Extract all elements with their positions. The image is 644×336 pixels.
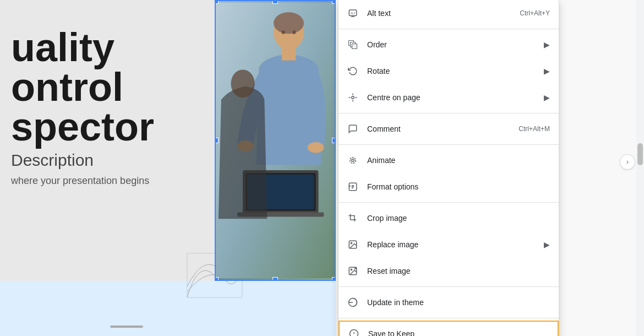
menu-item-save-to-keep[interactable]: Save to Keep xyxy=(339,321,559,336)
menu-item-comment[interactable]: CommentCtrl+Alt+M xyxy=(339,116,559,142)
alt-text-icon: ALT xyxy=(347,8,358,19)
selection-handle-tr[interactable] xyxy=(332,0,336,4)
order-icon xyxy=(347,39,358,50)
rotate-arrow-icon: ▶ xyxy=(544,67,550,75)
menu-item-rotate[interactable]: Rotate▶ xyxy=(339,58,559,84)
format-options-label: Format options xyxy=(367,182,550,191)
rotate-label: Rotate xyxy=(367,67,539,75)
menu-item-alt-text[interactable]: ALTAlt textCtrl+Alt+Y xyxy=(339,0,559,26)
menu-item-update-in-theme[interactable]: Update in theme xyxy=(339,289,559,316)
svg-point-16 xyxy=(231,69,254,97)
centre-on-page-icon xyxy=(347,92,358,103)
selection-handle-tm[interactable] xyxy=(272,0,278,4)
replace-image-icon xyxy=(347,239,358,250)
svg-point-33 xyxy=(350,158,356,164)
svg-rect-13 xyxy=(282,47,296,61)
menu-item-reset-image[interactable]: Reset image xyxy=(339,258,559,284)
divider-after-comment xyxy=(339,144,559,145)
menu-item-format-options[interactable]: Format options xyxy=(339,174,559,200)
image-content xyxy=(216,1,335,280)
comment-label: Comment xyxy=(367,124,519,133)
scroll-indicator xyxy=(110,326,143,328)
selection-handle-br[interactable] xyxy=(332,277,336,281)
animate-icon xyxy=(347,155,358,166)
menu-item-centre-on-page[interactable]: Centre on page▶ xyxy=(339,84,559,111)
animate-label: Animate xyxy=(367,156,550,165)
comment-shortcut: Ctrl+Alt+M xyxy=(519,125,550,133)
svg-point-6 xyxy=(274,12,304,34)
crop-image-label: Crop image xyxy=(367,214,550,223)
scrollbar-thumb[interactable] xyxy=(637,143,643,165)
slide-bottom-section xyxy=(0,281,336,336)
menu-item-order[interactable]: Order▶ xyxy=(339,31,559,58)
svg-point-14 xyxy=(282,30,285,34)
menu-item-animate[interactable]: Animate xyxy=(339,147,559,174)
divider-after-centre-on-page xyxy=(339,113,559,113)
replace-image-arrow-icon: ▶ xyxy=(544,240,550,249)
selection-handle-bl[interactable] xyxy=(215,277,219,281)
svg-point-24 xyxy=(352,96,354,99)
selection-handle-tl[interactable] xyxy=(215,0,219,4)
rotate-icon xyxy=(347,66,358,77)
selection-handle-ml[interactable] xyxy=(215,138,219,143)
centre-on-page-label: Centre on page xyxy=(367,93,539,102)
selected-image[interactable] xyxy=(215,0,336,281)
format-options-icon xyxy=(347,181,358,192)
menu-item-replace-image[interactable]: Replace image▶ xyxy=(339,231,559,258)
divider-after-reset-image xyxy=(339,286,559,287)
slide-title-line2: ontrol xyxy=(11,67,154,107)
svg-point-32 xyxy=(352,159,354,162)
centre-on-page-arrow-icon: ▶ xyxy=(544,93,550,102)
update-in-theme-icon xyxy=(347,297,358,308)
slide-title-line3: spector xyxy=(11,107,154,147)
order-arrow-icon: ▶ xyxy=(544,40,550,49)
slide-title-line1: uality xyxy=(11,28,154,67)
scrollbar-track[interactable] xyxy=(636,0,644,336)
svg-text:ALT: ALT xyxy=(351,12,356,15)
update-in-theme-label: Update in theme xyxy=(367,298,550,307)
selection-handle-bm[interactable] xyxy=(272,277,278,281)
divider-after-format-options xyxy=(339,202,559,203)
save-to-keep-icon xyxy=(348,328,359,336)
replace-image-label: Replace image xyxy=(367,240,539,249)
slide-subtitle: Description xyxy=(11,151,154,170)
svg-point-8 xyxy=(308,142,324,153)
svg-point-15 xyxy=(292,30,296,34)
slide-tagline: where your presentation begins xyxy=(11,175,154,187)
save-to-keep-label: Save to Keep xyxy=(368,329,549,336)
svg-point-41 xyxy=(351,242,352,243)
collapse-panel-button[interactable]: › xyxy=(620,154,635,170)
selection-handle-mr[interactable] xyxy=(332,138,336,143)
crop-image-icon xyxy=(347,213,358,224)
slide-canvas: uality ontrol spector Description where … xyxy=(0,0,336,336)
alt-text-label: Alt text xyxy=(367,9,520,18)
svg-point-43 xyxy=(351,269,352,270)
divider-after-alt-text xyxy=(339,29,559,29)
context-menu: ALTAlt textCtrl+Alt+YOrder▶Rotate▶Centre… xyxy=(339,0,559,336)
reset-image-icon xyxy=(347,265,358,277)
comment-icon xyxy=(347,123,358,134)
chevron-right-icon: › xyxy=(626,158,629,166)
reset-image-label: Reset image xyxy=(367,267,550,275)
divider-after-update-in-theme xyxy=(339,318,559,318)
slide-text-block: uality ontrol spector Description where … xyxy=(0,17,165,198)
menu-item-crop-image[interactable]: Crop image xyxy=(339,205,559,231)
order-label: Order xyxy=(367,40,539,49)
svg-rect-23 xyxy=(352,44,357,49)
alt-text-shortcut: Ctrl+Alt+Y xyxy=(520,9,550,17)
